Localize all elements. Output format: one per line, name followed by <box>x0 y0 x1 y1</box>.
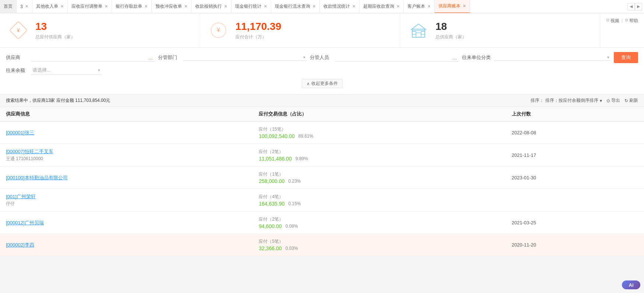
supplier-name-link-0[interactable]: [000001]张三 <box>6 130 34 135</box>
home-tab-label: 首页 <box>4 3 13 10</box>
supplier-cell-2: [000100]本特勤油品有限公司 <box>6 175 259 181</box>
customer-ledger-close[interactable]: ✕ <box>427 4 431 9</box>
trans-amount-0[interactable]: 100,092,540.00 <box>259 133 294 139</box>
collapse-button[interactable]: ∧ 收起更多条件 <box>302 79 343 88</box>
transaction-cell-5: 应付（5笔）32,366.000.03% <box>259 238 511 251</box>
th-supplier: 供应商信息 <box>6 111 259 117</box>
sort-down-icon: ▾ <box>600 98 602 103</box>
supplier-name-link-5[interactable]: [000002]李四 <box>6 242 34 248</box>
refresh-button[interactable]: ↻ 刷新 <box>624 97 638 104</box>
last-pay-cell-5: 2020-11-20 <box>512 242 638 248</box>
video-link[interactable]: 视频 <box>610 18 619 24</box>
nav-tab-ar-adjustment[interactable]: 应收应付调整单 ✕ <box>68 0 112 13</box>
suppliers-payable-label: 总应付供应商（家） <box>35 34 192 40</box>
sort-control[interactable]: 排序： 排序：按应付余额倒序排序 ▾ <box>531 97 602 104</box>
overdue-query-close[interactable]: ✕ <box>396 4 400 9</box>
results-bar: 搜索结果中，供应商13家 应付金额 111,703,854.00元 排序： 排序… <box>0 94 644 107</box>
nav-tab-bank-deposit[interactable]: 银行存取款单 ✕ <box>112 0 152 13</box>
trans-label-1: 应付（2笔） <box>259 149 511 155</box>
summary-card-suppliers-payable: ¥ 13 总应付供应商（家） <box>0 13 200 47</box>
trans-label-4: 应付（2笔） <box>259 216 511 223</box>
nav-tab-overdue-query[interactable]: 超期应收款查询 ✕ <box>360 0 404 13</box>
export-button[interactable]: ⊙ 导出 <box>606 97 620 104</box>
dept-filter: 分管部门 ▾ <box>158 54 307 61</box>
cash-bank-stats-close[interactable]: ✕ <box>264 4 267 9</box>
supplier-ledger-close[interactable]: ✕ <box>463 4 466 8</box>
total-suppliers-info: 18 总供应商（家） <box>435 20 592 41</box>
nav-tab-customer-ledger[interactable]: 客户账本 ✕ <box>404 0 435 13</box>
nav-arrow-left[interactable]: ◀ <box>627 3 635 10</box>
total-suppliers-icon <box>407 19 430 41</box>
cash-bank-flow-close[interactable]: ✕ <box>312 4 316 9</box>
balance-select[interactable]: 请选择... ▾ <box>31 66 102 75</box>
video-icon: ⊙ <box>606 18 609 23</box>
nav-tab-home[interactable]: 首页 <box>0 0 17 13</box>
nav-tab-other-income[interactable]: 其他收入单 ✕ <box>32 0 68 13</box>
trans-amount-5[interactable]: 32,366.00 <box>259 245 281 251</box>
search-button[interactable]: 查询 <box>614 52 638 63</box>
help-icon: ⊙ <box>625 18 628 23</box>
supplier-filter-label: 供应商 <box>6 54 28 61</box>
svg-text:¥: ¥ <box>217 27 220 33</box>
separator: | <box>622 18 623 23</box>
category-chevron-down-icon: ▾ <box>607 55 609 60</box>
advance-writeoff-close[interactable]: ✕ <box>184 4 188 9</box>
nav-tab-cash-bank-stats[interactable]: 现金银行统计 ✕ <box>231 0 271 13</box>
supplier-cell-0: [000001]张三 <box>6 130 259 136</box>
balance-select-text: 请选择... <box>32 67 98 73</box>
person-input[interactable] <box>336 55 452 60</box>
table-row: [000012]广州贝瑞应付（2笔）94,600.000.08%2021-03-… <box>0 212 644 234</box>
nav-tab-receipt-verify[interactable]: 收款核销执行 ✕ <box>192 0 231 13</box>
filter-section: 供应商 ... 分管部门 ▾ 分管人员 ... 往来单位分类 <box>0 48 644 94</box>
ar-adjustment-label: 应收应付调整单 <box>71 3 102 10</box>
receipt-verify-close[interactable]: ✕ <box>224 4 227 9</box>
person-dots-btn[interactable]: ... <box>452 55 458 61</box>
supplier-ledger-label: 供应商账本 <box>438 3 461 9</box>
dept-select[interactable]: ▾ <box>183 54 307 61</box>
results-actions: 排序： 排序：按应付余额倒序排序 ▾ ⊙ 导出 ↻ 刷新 <box>531 97 638 104</box>
nav-tab-advance-writeoff[interactable]: 预收冲应收单 ✕ <box>152 0 192 13</box>
filter-row-2: 往来余额 请选择... ▾ <box>6 66 638 75</box>
nav-arrow-right[interactable]: ▶ <box>635 3 642 10</box>
person-input-container: ... <box>335 54 459 62</box>
category-filter-label: 往来单位分类 <box>462 54 491 61</box>
transaction-cell-1: 应付（2笔）11,051,486.009.89% <box>259 149 511 162</box>
balance-filter: 往来余额 请选择... ▾ <box>6 66 102 75</box>
summary-card-total-suppliers: 18 总供应商（家） <box>400 13 600 47</box>
nav-tab-supplier-ledger[interactable]: 供应商账本 ✕ <box>435 0 470 13</box>
nav-tab-collection-stats[interactable]: 收款情况统计 ✕ <box>320 0 360 13</box>
trans-percent-2: 0.23% <box>288 179 301 184</box>
trans-amount-1[interactable]: 11,051,486.00 <box>259 156 292 162</box>
nav-tab-cash-bank-flow[interactable]: 现金银行流水查询 ✕ <box>271 0 320 13</box>
top-right-links: ⊙ 视频 | ⊙ 帮助 <box>600 13 644 47</box>
last-pay-cell-4: 2021-03-25 <box>512 220 638 225</box>
category-select[interactable]: ▾ <box>494 54 611 61</box>
svg-rect-5 <box>416 33 421 37</box>
supplier-name-link-2[interactable]: [000100]本特勤油品有限公司 <box>6 175 68 180</box>
tab3-close[interactable]: ✕ <box>25 4 28 9</box>
trans-label-3: 应付（4笔） <box>259 194 511 200</box>
th-lastpay: 上次付数 <box>512 111 638 117</box>
table-body: [000001]张三应付（15笔）100,092,540.0089.61%202… <box>0 122 644 256</box>
supplier-dots-btn[interactable]: ... <box>148 55 154 61</box>
trans-amount-2[interactable]: 258,000.00 <box>259 178 284 184</box>
bank-deposit-label: 银行存取款单 <box>116 3 142 10</box>
trans-amount-4[interactable]: 94,600.00 <box>259 223 281 229</box>
bank-deposit-close[interactable]: ✕ <box>144 4 148 9</box>
refresh-label: 刷新 <box>629 97 638 104</box>
trans-amount-3[interactable]: 164,635.90 <box>259 201 284 207</box>
supplier-name-link-3[interactable]: [001]广州荣轩 <box>6 194 36 199</box>
trans-percent-1: 9.89% <box>295 156 308 161</box>
supplier-name-link-4[interactable]: [000012]广州贝瑞 <box>6 220 44 225</box>
supplier-name-link-1[interactable]: [000007]恒旺二手叉车 <box>6 149 53 154</box>
other-income-close[interactable]: ✕ <box>60 4 64 9</box>
nav-tab-3[interactable]: 3 ✕ <box>17 0 32 13</box>
customer-ledger-label: 客户账本 <box>407 3 425 10</box>
help-link[interactable]: 帮助 <box>629 18 638 24</box>
receipt-verify-label: 收款核销执行 <box>195 3 222 10</box>
supplier-input[interactable] <box>32 55 148 60</box>
payable-total-label: 应付合计（万） <box>235 34 392 40</box>
collection-stats-close[interactable]: ✕ <box>352 4 356 9</box>
overdue-query-label: 超期应收款查询 <box>363 3 394 10</box>
ar-adjustment-close[interactable]: ✕ <box>105 4 108 9</box>
